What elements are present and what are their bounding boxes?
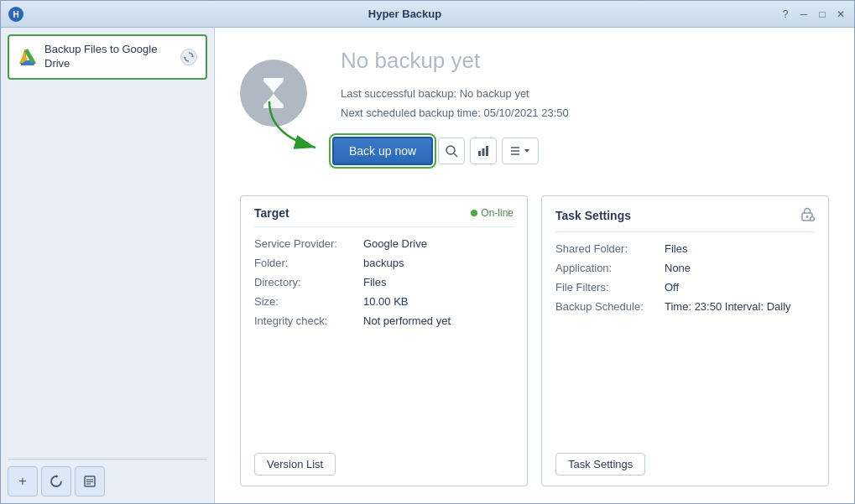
sync-icon — [184, 52, 194, 62]
task-value-filters: Off — [665, 281, 679, 294]
window-controls: ? ─ □ ✕ — [779, 8, 847, 21]
online-status-text: On-line — [481, 207, 514, 219]
task-value-shared: Files — [665, 242, 687, 255]
target-row-directory: Directory: Files — [254, 276, 514, 288]
target-value-provider: Google Drive — [363, 237, 427, 250]
task-label-schedule: Backup Schedule: — [555, 300, 665, 313]
target-label-size: Size: — [254, 295, 363, 308]
target-card-footer: Version List — [254, 443, 514, 475]
sidebar-item-google-drive[interactable]: Backup Files to Google Drive — [8, 34, 207, 80]
task-settings-button[interactable]: Task Settings — [555, 453, 645, 475]
target-card: Target On-line Service Provider: Google … — [240, 195, 528, 486]
target-label-directory: Directory: — [254, 276, 363, 288]
target-value-directory: Files — [363, 276, 386, 288]
minimize-button[interactable]: ─ — [797, 8, 811, 21]
hourglass-svg — [255, 75, 292, 112]
target-row-integrity: Integrity check: Not performed yet — [254, 314, 514, 327]
sidebar-footer: + — [8, 459, 207, 496]
task-row-app: Application: None — [555, 262, 815, 274]
task-row-shared: Shared Folder: Files — [555, 242, 815, 255]
menu-dropdown-button[interactable] — [502, 138, 539, 164]
window-title: Hyper Backup — [31, 8, 779, 20]
last-backup-text: Last successful backup: No backup yet — [341, 84, 829, 103]
target-card-header: Target On-line — [254, 206, 514, 227]
task-value-schedule: Time: 23:50 Interval: Daily — [665, 300, 791, 313]
task-card-title: Task Settings — [555, 209, 631, 222]
no-backup-section: No backup yet Last successful backup: No… — [240, 48, 829, 182]
google-drive-icon — [18, 47, 38, 67]
log-button[interactable] — [75, 466, 105, 496]
add-task-button[interactable]: + — [8, 466, 38, 496]
close-button[interactable]: ✕ — [834, 8, 847, 21]
svg-rect-23 — [486, 146, 488, 156]
svg-rect-21 — [478, 151, 481, 156]
svg-point-29 — [806, 216, 809, 218]
backup-meta: Last successful backup: No backup yet Ne… — [341, 84, 829, 123]
sidebar-item-label: Backup Files to Google Drive — [44, 43, 174, 71]
lock-icon — [800, 206, 815, 225]
stats-button[interactable] — [470, 138, 497, 164]
target-card-rows: Service Provider: Google Drive Folder: b… — [254, 237, 514, 334]
backup-now-button[interactable]: Back up now — [332, 137, 433, 165]
svg-text:H: H — [13, 10, 18, 19]
task-label-shared: Shared Folder: — [555, 242, 665, 255]
target-row-provider: Service Provider: Google Drive — [254, 237, 514, 250]
main-area: Backup Files to Google Drive + — [1, 28, 854, 503]
online-badge: On-line — [471, 207, 514, 219]
help-button[interactable]: ? — [779, 8, 792, 21]
content-area: No backup yet Last successful backup: No… — [215, 28, 854, 503]
target-row-size: Size: 10.00 KB — [254, 295, 514, 308]
target-value-integrity: Not performed yet — [363, 314, 451, 327]
task-value-app: None — [665, 262, 691, 274]
online-dot — [471, 210, 477, 216]
svg-point-19 — [446, 146, 455, 154]
task-card-header: Task Settings — [555, 206, 815, 232]
svg-rect-22 — [482, 148, 485, 156]
cards-row: Target On-line Service Provider: Google … — [240, 195, 829, 486]
target-card-title: Target — [254, 206, 289, 220]
no-backup-title: No backup yet — [341, 48, 829, 74]
target-value-size: 10.00 KB — [363, 295, 409, 308]
sidebar-item-badge — [180, 49, 197, 65]
menu-icon — [510, 145, 522, 157]
maximize-button[interactable]: □ — [816, 8, 829, 21]
version-list-button[interactable]: Version List — [254, 453, 336, 475]
stats-icon — [477, 144, 490, 158]
app-icon: H — [8, 6, 24, 23]
svg-line-20 — [454, 153, 457, 157]
task-card-rows: Shared Folder: Files Application: None F… — [555, 242, 815, 320]
actions-row: Back up now — [332, 137, 829, 165]
title-bar: H Hyper Backup ? ─ □ ✕ — [1, 1, 854, 28]
restore-button[interactable] — [41, 466, 71, 496]
svg-marker-13 — [56, 475, 59, 478]
target-label-folder: Folder: — [254, 257, 363, 269]
task-label-filters: File Filters: — [555, 281, 665, 294]
target-value-folder: backups — [363, 257, 404, 269]
app-window: H Hyper Backup ? ─ □ ✕ — [0, 0, 855, 504]
task-settings-card: Task Settings — [541, 195, 829, 486]
svg-marker-27 — [524, 149, 529, 153]
restore-icon — [49, 474, 64, 489]
search-icon — [445, 144, 458, 158]
lock-svg — [800, 206, 815, 221]
target-label-provider: Service Provider: — [254, 237, 363, 250]
no-backup-info: No backup yet Last successful backup: No… — [341, 48, 829, 182]
task-row-filters: File Filters: Off — [555, 281, 815, 294]
search-button[interactable] — [438, 138, 465, 164]
sidebar: Backup Files to Google Drive + — [1, 28, 215, 503]
task-card-footer: Task Settings — [555, 443, 815, 475]
chevron-down-icon — [524, 148, 530, 154]
task-label-app: Application: — [555, 262, 665, 274]
task-row-schedule: Backup Schedule: Time: 23:50 Interval: D… — [555, 300, 815, 313]
next-backup-text: Next scheduled backup time: 05/10/2021 2… — [341, 103, 829, 122]
target-label-integrity: Integrity check: — [254, 314, 363, 327]
target-row-folder: Folder: backups — [254, 257, 514, 269]
log-icon — [83, 475, 96, 488]
hourglass-icon — [240, 60, 307, 127]
